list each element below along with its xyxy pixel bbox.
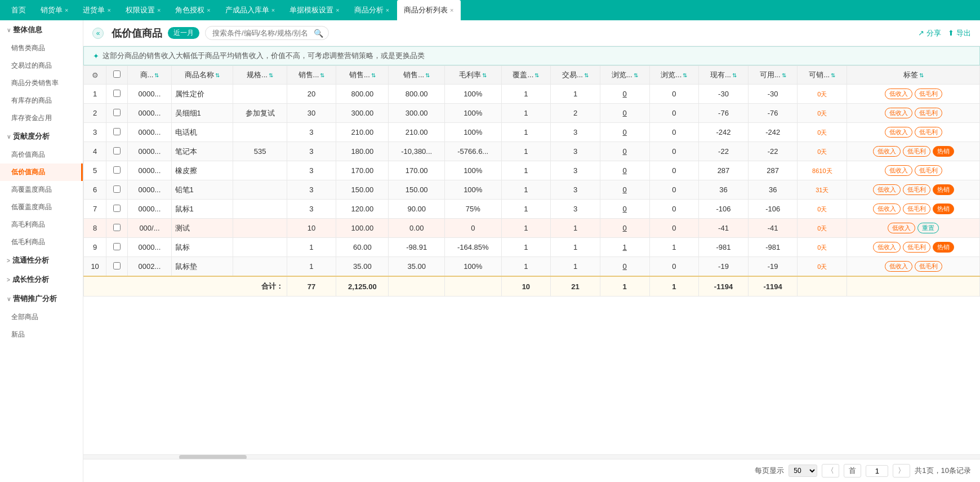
nav-item-角色授权[interactable]: 角色授权× <box>168 0 217 20</box>
nav-item-商品分析列表[interactable]: 商品分析列表× <box>397 0 460 20</box>
nav-item-产成品入库单[interactable]: 产成品入库单× <box>219 0 282 20</box>
cell-checkbox[interactable] <box>106 180 128 200</box>
nav-item-商品分析[interactable]: 商品分析× <box>348 0 396 20</box>
sort-icon[interactable]: ⇅ <box>371 72 376 78</box>
row-checkbox[interactable] <box>113 243 121 250</box>
nav-item-权限设置[interactable]: 权限设置× <box>119 0 167 20</box>
sidebar-item-库存资金占用[interactable]: 库存资金占用 <box>0 109 83 127</box>
cell-views1[interactable]: 0 <box>600 257 649 277</box>
col-header-margin[interactable]: 毛利率⇅ <box>444 66 501 85</box>
col-header-spec[interactable]: 规格...⇅ <box>233 66 287 85</box>
cell-views1[interactable]: 0 <box>600 104 649 123</box>
cell-views1[interactable]: 0 <box>600 180 649 200</box>
col-header-sellable[interactable]: 可销...⇅ <box>798 66 847 85</box>
col-header-name[interactable]: 商品名称⇅ <box>171 66 233 85</box>
col-header-tags[interactable]: 标签⇅ <box>847 66 980 85</box>
views1-link[interactable]: 0 <box>623 128 627 136</box>
nav-item-销货单[interactable]: 销货单× <box>34 0 75 20</box>
sidebar-item-销售类商品[interactable]: 销售类商品 <box>0 39 83 57</box>
sort-icon[interactable]: ⇅ <box>634 72 638 78</box>
sort-icon[interactable]: ⇅ <box>919 72 924 78</box>
sidebar-item-高价值商品[interactable]: 高价值商品 <box>0 146 83 163</box>
sidebar-item-新品[interactable]: 新品 <box>0 326 83 343</box>
views1-link[interactable]: 0 <box>623 90 627 98</box>
close-icon[interactable]: × <box>336 7 339 14</box>
cell-views1[interactable]: 0 <box>600 85 649 104</box>
cell-checkbox[interactable] <box>106 104 128 123</box>
prev-page-btn[interactable]: 〈 <box>822 464 839 477</box>
row-checkbox[interactable] <box>113 205 121 212</box>
views1-link[interactable]: 0 <box>623 166 627 175</box>
cell-views1[interactable]: 0 <box>600 200 649 219</box>
sidebar-item-高毛利商品[interactable]: 高毛利商品 <box>0 216 83 233</box>
cell-checkbox[interactable] <box>106 200 128 219</box>
views1-link[interactable]: 1 <box>623 243 627 251</box>
row-checkbox[interactable] <box>113 147 121 154</box>
page-number-input[interactable] <box>866 465 888 477</box>
date-filter-btn[interactable]: 近一月 <box>168 27 199 39</box>
cell-checkbox[interactable] <box>106 238 128 257</box>
cell-views1[interactable]: 1 <box>600 238 649 257</box>
sidebar-item-低毛利商品[interactable]: 低毛利商品 <box>0 233 83 251</box>
sidebar-item-商品分类销售率[interactable]: 商品分类销售率 <box>0 74 83 92</box>
cell-checkbox[interactable] <box>106 161 128 180</box>
sidebar-group-营销推广分析[interactable]: ∨营销推广分析 <box>0 289 83 308</box>
views1-link[interactable]: 0 <box>623 109 627 117</box>
cell-views1[interactable]: 0 <box>600 142 649 161</box>
nav-item-进货单[interactable]: 进货单× <box>76 0 117 20</box>
cell-views1[interactable]: 0 <box>600 219 649 238</box>
col-header-transaction[interactable]: 交易...⇅ <box>551 66 600 85</box>
close-icon[interactable]: × <box>107 7 110 14</box>
col-header-coverage[interactable]: 覆盖...⇅ <box>501 66 551 85</box>
sidebar-group-流通性分析[interactable]: >流通性分析 <box>0 251 83 270</box>
cell-views1[interactable]: 0 <box>600 123 649 142</box>
sort-icon[interactable]: ⇅ <box>215 72 220 78</box>
sort-icon[interactable]: ⇅ <box>782 72 786 78</box>
row-checkbox[interactable] <box>113 185 121 193</box>
sort-icon[interactable]: ⇅ <box>154 72 159 78</box>
sort-icon[interactable]: ⇅ <box>269 72 273 78</box>
sort-icon[interactable]: ⇅ <box>584 72 589 78</box>
close-icon[interactable]: × <box>386 7 389 14</box>
nav-item-单据模板设置[interactable]: 单据模板设置× <box>283 0 346 20</box>
search-input[interactable] <box>205 26 329 40</box>
nav-item-首页[interactable]: 首页 <box>5 0 33 20</box>
share-btn[interactable]: ↗ 分享 <box>918 28 941 38</box>
sidebar-item-低价值商品[interactable]: 低价值商品 <box>0 163 83 181</box>
col-header-current_stock[interactable]: 现有...⇅ <box>699 66 749 85</box>
close-icon[interactable]: × <box>450 7 453 14</box>
cell-checkbox[interactable] <box>106 142 128 161</box>
sidebar-collapse-btn[interactable]: « <box>92 28 104 39</box>
col-header-checkbox[interactable] <box>106 66 128 85</box>
next-page-btn[interactable]: 〉 <box>893 464 910 477</box>
sort-icon[interactable]: ⇅ <box>732 72 737 78</box>
sidebar-item-低覆盖度商品[interactable]: 低覆盖度商品 <box>0 198 83 216</box>
sidebar-item-全部商品[interactable]: 全部商品 <box>0 308 83 326</box>
col-header-sales_amount[interactable]: 销售...⇅ <box>336 66 389 85</box>
close-icon[interactable]: × <box>65 7 68 14</box>
col-header-views1[interactable]: 浏览...⇅ <box>600 66 649 85</box>
sort-icon[interactable]: ⇅ <box>482 72 487 78</box>
sidebar-group-贡献度分析[interactable]: ∨贡献度分析 <box>0 127 83 146</box>
row-checkbox[interactable] <box>113 166 121 174</box>
settings-icon[interactable]: ⚙ <box>92 71 99 79</box>
col-header-settings[interactable]: ⚙ <box>84 66 106 85</box>
close-icon[interactable]: × <box>271 7 275 14</box>
col-header-sales_profit[interactable]: 销售...⇅ <box>389 66 445 85</box>
col-header-views2[interactable]: 浏览...⇅ <box>649 66 699 85</box>
row-checkbox[interactable] <box>113 109 121 116</box>
views1-link[interactable]: 0 <box>623 262 627 271</box>
sort-icon[interactable]: ⇅ <box>320 72 324 78</box>
row-checkbox[interactable] <box>113 90 121 97</box>
row-checkbox[interactable] <box>113 128 121 135</box>
row-checkbox[interactable] <box>113 262 121 269</box>
sort-icon[interactable]: ⇅ <box>534 72 539 78</box>
select-all-checkbox[interactable] <box>113 70 121 78</box>
sort-icon[interactable]: ⇅ <box>831 72 835 78</box>
sidebar-item-交易过的商品[interactable]: 交易过的商品 <box>0 57 83 74</box>
views1-link[interactable]: 0 <box>623 185 627 194</box>
export-btn[interactable]: ⬆ 导出 <box>948 28 971 38</box>
sidebar-item-有库存的商品[interactable]: 有库存的商品 <box>0 92 83 109</box>
sidebar-group-成长性分析[interactable]: >成长性分析 <box>0 270 83 289</box>
cell-checkbox[interactable] <box>106 123 128 142</box>
